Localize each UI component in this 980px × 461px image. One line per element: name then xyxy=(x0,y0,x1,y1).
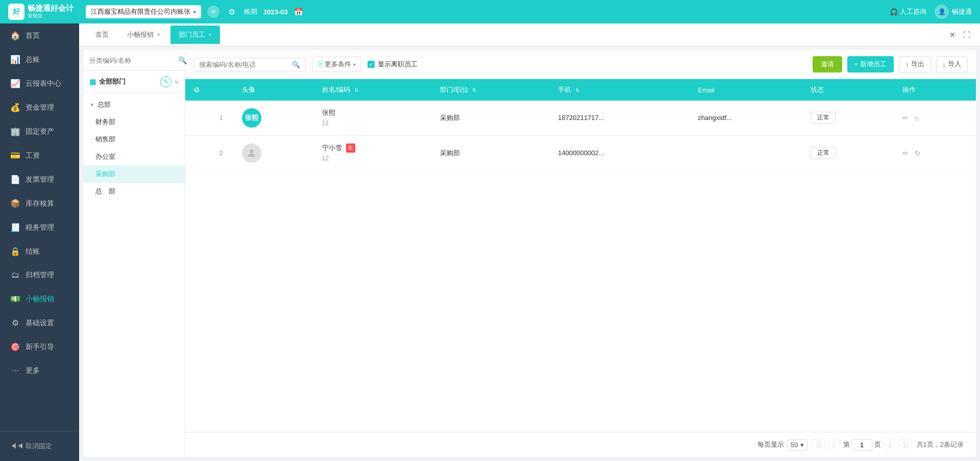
import-button[interactable]: ↓ 导入 xyxy=(936,56,968,72)
row1-email: zhangxidf... xyxy=(698,114,732,122)
dept-search-input[interactable] xyxy=(89,57,175,64)
filter-button[interactable]: ⧁ 更多条件 ▾ xyxy=(312,57,361,72)
sidebar-label-guide: 新手引导 xyxy=(26,343,54,352)
dept-node-finance[interactable]: 财务部 xyxy=(83,113,185,131)
row1-num: 1 xyxy=(208,101,234,135)
row1-edit-icon[interactable]: ✏ xyxy=(902,114,909,122)
employee-data-table: ⚙ 头像 姓名/编码 ⇅ xyxy=(185,79,976,171)
total-info: 共1页，2条记录 xyxy=(917,440,964,449)
row1-avatar-cell: 张熙 xyxy=(234,101,314,135)
export-label: 导出 xyxy=(911,60,924,69)
sidebar-item-assets[interactable]: 🏢 固定资产 xyxy=(0,119,79,143)
dept-node-purchase[interactable]: 采购部 xyxy=(83,165,185,183)
dept-node-hq[interactable]: ▼ 总部 xyxy=(83,96,185,113)
funds-icon: 💰 xyxy=(10,103,20,112)
dept-sales-label: 销售部 xyxy=(95,135,115,144)
dept-header-right: ✎ « xyxy=(160,76,179,87)
sidebar-item-expense[interactable]: 💵 小畅报销 xyxy=(0,287,79,311)
tab-expense-close[interactable]: × xyxy=(157,31,160,38)
table-row: 1 张熙 张熙 11 xyxy=(185,101,976,135)
guide-icon: 🎯 xyxy=(10,342,20,352)
sidebar-item-ledger[interactable]: 📊 总账 xyxy=(0,47,79,71)
sidebar-label-salary: 工资 xyxy=(26,151,40,160)
sidebar-item-inventory[interactable]: 📦 库存核算 xyxy=(0,191,79,215)
first-page-button[interactable]: ⟨⟨ xyxy=(813,439,825,451)
prev-page-button[interactable]: ⟨ xyxy=(828,439,840,451)
close-window-button[interactable]: ✕ xyxy=(947,30,958,40)
row2-edit-icon[interactable]: ✏ xyxy=(902,149,909,157)
assets-icon: 🏢 xyxy=(10,127,20,136)
sidebar-label-more: 更多 xyxy=(26,366,40,375)
sidebar-item-invoice[interactable]: 📄 发票管理 xyxy=(0,167,79,191)
user-avatar: 👤 xyxy=(935,5,949,19)
add-employee-button[interactable]: + 新增员工 xyxy=(847,56,894,72)
page-number-input[interactable] xyxy=(852,439,872,451)
row1-phone: 18720211717... xyxy=(558,114,604,122)
prev-page-icon: ⟨ xyxy=(832,441,835,449)
tab-dept[interactable]: 部门员工 × xyxy=(170,26,220,44)
dept-node-office[interactable]: 办公室 xyxy=(83,148,185,165)
row2-name-code: 宁小雪 应 12 xyxy=(322,143,424,163)
collapse-dept-button[interactable]: « xyxy=(175,78,179,86)
dept-node-sales[interactable]: 销售部 xyxy=(83,131,185,148)
show-resigned-label: 显示离职员工 xyxy=(378,60,418,69)
dept-edit-button[interactable]: ✎ xyxy=(160,76,172,87)
settings-icon[interactable]: ⚙ xyxy=(226,6,238,18)
content-area: 首页 小畅报销 × 部门员工 × ✕ ⛶ 🔍 xyxy=(79,23,980,461)
support-button[interactable]: 🎧 人工咨询 xyxy=(890,7,926,16)
row1-email-cell: zhangxidf... xyxy=(690,101,802,135)
sidebar-item-settings[interactable]: ⚙ 基础设置 xyxy=(0,311,79,335)
tab-dept-close[interactable]: × xyxy=(208,31,212,38)
sidebar-item-archive[interactable]: 🗂 归档管理 xyxy=(0,263,79,287)
employee-search-input[interactable] xyxy=(199,61,289,68)
sidebar-item-more[interactable]: ··· 更多 xyxy=(0,359,79,382)
dept-node-general[interactable]: 总 部 xyxy=(83,183,185,200)
maximize-window-button[interactable]: ⛶ xyxy=(962,30,972,40)
col-status-label: 状态 xyxy=(811,86,824,93)
filter-icon: ⧁ xyxy=(317,60,323,68)
col-avatar: 头像 xyxy=(234,79,314,101)
all-dept-label: 全部部门 xyxy=(99,77,126,86)
col-settings[interactable]: ⚙ xyxy=(185,79,208,101)
show-resigned-checkbox[interactable]: ✓ 显示离职员工 xyxy=(368,60,418,69)
per-page-select[interactable]: 50 ▾ xyxy=(787,439,807,451)
row1-phone-cell: 18720211717... xyxy=(550,101,690,135)
sidebar-item-salary[interactable]: 💳 工资 xyxy=(0,143,79,167)
import-icon: ↓ xyxy=(943,61,946,68)
sidebar-item-home[interactable]: 🏠 首页 xyxy=(0,23,79,47)
sidebar-item-tax[interactable]: 🧾 税务管理 xyxy=(0,215,79,239)
tab-dept-label: 部门员工 xyxy=(179,30,205,39)
ledger-icon: 📊 xyxy=(10,55,20,64)
sidebar-label-ledger: 总账 xyxy=(26,55,40,64)
table-footer: 每页显示 50 ▾ ⟨⟨ ⟨ 第 xyxy=(185,432,976,457)
calendar-icon[interactable]: 📅 xyxy=(294,8,303,16)
tab-home[interactable]: 首页 xyxy=(87,26,117,44)
base-settings-icon: ⚙ xyxy=(10,318,20,328)
export-button[interactable]: ↑ 导出 xyxy=(899,56,931,72)
invite-button[interactable]: 邀请 xyxy=(813,56,842,72)
sidebar-item-reports[interactable]: 📈 云报表中心 xyxy=(0,71,79,95)
app-name: 畅捷通好会计 xyxy=(28,4,74,13)
col-dept[interactable]: 部门/职位 ⇅ xyxy=(432,79,550,101)
company-selector[interactable]: 江西服宝精品有限责任公司内账张 ▾ xyxy=(86,5,201,18)
row1-logout-icon[interactable]: ⎋ xyxy=(915,114,919,122)
user-area[interactable]: 👤 畅捷通 xyxy=(935,5,972,19)
headphone-icon: 🎧 xyxy=(890,8,898,16)
sidebar-item-closing[interactable]: 🔒 结账 xyxy=(0,239,79,263)
sidebar-label-inventory: 库存核算 xyxy=(26,199,54,208)
sidebar-item-guide[interactable]: 🎯 新手引导 xyxy=(0,335,79,359)
next-page-button[interactable]: ⟩ xyxy=(884,439,896,451)
dept-office-label: 办公室 xyxy=(95,152,115,161)
tab-expense[interactable]: 小畅报销 × xyxy=(119,26,168,44)
salary-icon: 💳 xyxy=(10,151,20,160)
sidebar-bottom: ◀◀ 取消固定 xyxy=(0,431,79,461)
col-name[interactable]: 姓名/编码 ⇅ xyxy=(314,79,432,101)
add-button[interactable]: + xyxy=(207,6,219,18)
row2-refresh-icon[interactable]: ↻ xyxy=(915,149,921,157)
last-page-button[interactable]: ⟩⟩ xyxy=(899,439,912,451)
col-phone[interactable]: 手机 ⇅ xyxy=(550,79,690,101)
unpin-button[interactable]: ◀◀ 取消固定 xyxy=(0,438,79,455)
row2-avatar-cell xyxy=(234,135,314,171)
employee-search-icon[interactable]: 🔍 xyxy=(292,61,300,68)
sidebar-item-funds[interactable]: 💰 资金管理 xyxy=(0,95,79,119)
